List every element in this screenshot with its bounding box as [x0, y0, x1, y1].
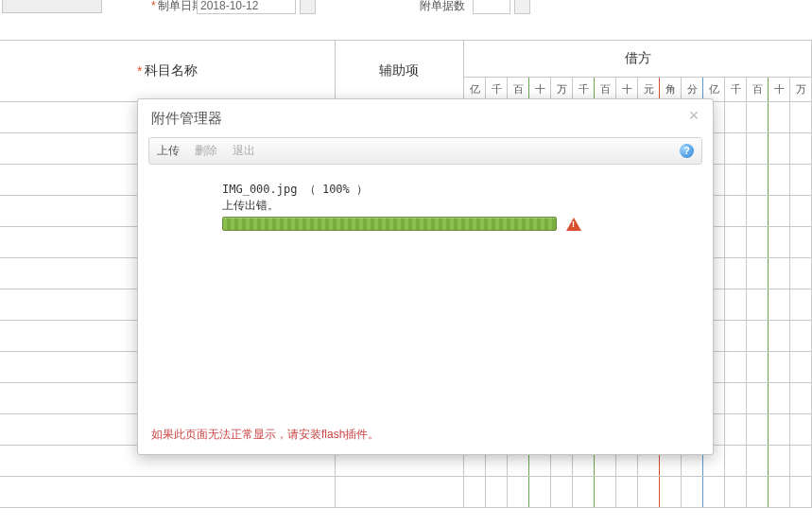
top-form-row: *制单日期 2018-10-12 附单据数 — [0, 0, 812, 15]
aux-header-text: 辅助项 — [379, 62, 419, 79]
column-subject: *科目名称 — [0, 41, 336, 101]
upload-error-message: 上传出错。 — [222, 198, 702, 214]
dialog-title-text: 附件管理器 — [151, 110, 222, 128]
calendar-icon[interactable] — [300, 0, 316, 14]
attachment-manager-dialog: 附件管理器 × 上传 删除 退出 ? IMG_000.jpg （ 100% ） … — [137, 98, 714, 455]
dialog-footer-notice: 如果此页面无法正常显示，请安装flash插件。 — [138, 421, 713, 454]
attach-count-label: 附单据数 — [420, 0, 465, 14]
upload-filename: IMG_000.jpg （ 100% ） — [222, 182, 702, 198]
debit-header-text: 借方 — [464, 41, 812, 78]
close-icon[interactable]: × — [684, 107, 703, 126]
date-input[interactable]: 2018-10-12 — [197, 0, 296, 14]
digit-cell: 千 — [725, 78, 747, 101]
upload-progress-row — [222, 217, 702, 231]
column-aux: 辅助项 — [336, 41, 464, 101]
column-debit: 借方 亿 千 百 十 万 千 百 十 元 角 分 亿 千 百 十 — [464, 41, 812, 101]
delete-button[interactable]: 删除 — [195, 143, 217, 159]
upload-progress-bar — [222, 217, 557, 231]
help-icon[interactable]: ? — [680, 144, 694, 158]
warning-icon — [566, 218, 581, 231]
dialog-body: IMG_000.jpg （ 100% ） 上传出错。 — [138, 165, 713, 421]
subject-header-text: 科目名称 — [145, 62, 198, 79]
exit-button[interactable]: 退出 — [233, 143, 255, 159]
digit-cell: 十 — [769, 78, 790, 101]
table-row[interactable] — [0, 477, 812, 508]
digit-cell: 百 — [747, 78, 769, 101]
attach-stepper-icon[interactable] — [514, 0, 530, 14]
date-label: *制单日期 — [151, 0, 203, 14]
digit-cell: 万 — [790, 78, 812, 101]
voucher-no-field[interactable] — [2, 0, 102, 13]
dialog-toolbar: 上传 删除 退出 ? — [148, 137, 702, 165]
required-star: * — [151, 0, 156, 12]
grid-header: *科目名称 辅助项 借方 亿 千 百 十 万 千 百 十 元 角 分 — [0, 41, 812, 102]
dialog-titlebar: 附件管理器 × — [138, 99, 713, 137]
attach-count-input[interactable] — [473, 0, 510, 14]
upload-button[interactable]: 上传 — [157, 143, 180, 159]
required-star: * — [137, 63, 142, 79]
